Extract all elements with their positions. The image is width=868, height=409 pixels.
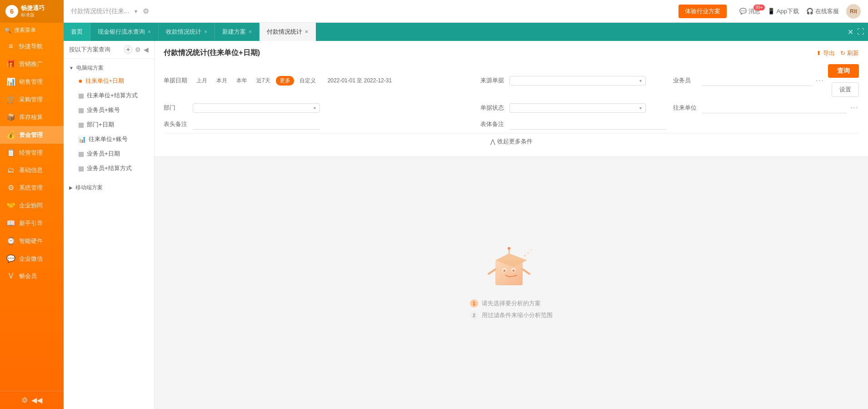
logo-text-group: 畅捷通巧 标准版 bbox=[21, 5, 45, 18]
filter-partner-dots-icon[interactable]: ··· bbox=[850, 104, 859, 112]
filter-staff-dots-icon[interactable]: ··· bbox=[816, 76, 824, 85]
scheme-item-partner-account[interactable]: 📊 往来单位+账号 bbox=[64, 132, 154, 146]
tab-bank[interactable]: 现金银行流水查询 × bbox=[90, 23, 159, 41]
collapse-filter-button[interactable]: ⋀ 收起更多条件 bbox=[164, 133, 859, 149]
export-button[interactable]: ⬆ 导出 bbox=[816, 49, 835, 57]
tab-expand-icon[interactable]: ⛶ bbox=[857, 28, 864, 36]
scheme-settings-icon[interactable]: ⚙ bbox=[135, 46, 141, 53]
sidebar-item-sales[interactable]: 📊 销售管理 bbox=[0, 73, 64, 91]
scheme-item-staff-settle[interactable]: ▦ 业务员+结算方式 bbox=[64, 161, 154, 176]
scheme-item-partner-date[interactable]: ● 往来单位+日期 bbox=[64, 74, 154, 88]
tab-payment[interactable]: 付款情况统计 × bbox=[259, 23, 316, 41]
filter-status-select[interactable]: ▾ bbox=[509, 103, 646, 113]
sidebar-item-operation[interactable]: 📋 经营管理 bbox=[0, 144, 64, 162]
scheme-panel-actions: + ⚙ ◀ bbox=[124, 45, 149, 54]
filter-source-select[interactable]: ▾ bbox=[509, 76, 646, 86]
sidebar-item-basic[interactable]: 🗂 基础信息 bbox=[0, 162, 64, 179]
sidebar-item-collab[interactable]: 🤝 企业协同 bbox=[0, 197, 64, 214]
filter-title-row: 付款情况统计(往来单位+日期) ⬆ 导出 ↻ 刷新 bbox=[164, 48, 859, 58]
tab-new-plan-close-icon[interactable]: × bbox=[249, 29, 252, 35]
filter-dept-field: 部门 ▾ bbox=[164, 103, 473, 113]
scheme-collapse-icon[interactable]: ◀ bbox=[144, 46, 149, 53]
scheme-group-mobile-title[interactable]: ▶ 移动端方案 bbox=[64, 181, 154, 193]
query-button[interactable]: 查询 bbox=[828, 64, 859, 78]
empty-tip-1: 1 请先选择要分析的方案 bbox=[470, 299, 553, 308]
svg-line-9 bbox=[523, 269, 529, 274]
sidebar-settings-btn[interactable]: ⚙ bbox=[21, 396, 28, 404]
filter-source-field: 来源单据 ▾ bbox=[480, 76, 666, 86]
scheme-item-partner-settle[interactable]: ▦ 往来单位+结算方式 bbox=[64, 88, 154, 103]
sidebar-item-hardware[interactable]: ⌚ 智能硬件 bbox=[0, 232, 64, 250]
scheme-group-desktop: ▼ 电脑端方案 ● 往来单位+日期 ▦ 往来单位+结算方式 ▦ 业务员+账号 ▦ bbox=[64, 59, 154, 178]
sidebar-item-inventory[interactable]: 📦 库存核算 bbox=[0, 108, 64, 126]
sidebar-collapse-btn[interactable]: ◀◀ bbox=[31, 396, 42, 404]
filter-body-note-input[interactable] bbox=[509, 119, 666, 130]
filter-partner-field: 往来单位 ··· bbox=[673, 102, 859, 113]
filter-date-this-year[interactable]: 本年 bbox=[233, 76, 251, 86]
message-button[interactable]: 💬 消息 99+ bbox=[739, 7, 760, 15]
filter-status-arrow-icon: ▾ bbox=[639, 106, 642, 111]
sidebar-item-vip[interactable]: V 畅会员 bbox=[0, 268, 64, 285]
sidebar-item-wechat[interactable]: 💬 企业微信 bbox=[0, 250, 64, 268]
tabbar: 首页 现金银行流水查询 × 收款情况统计 × 新建方案 × 付款情况统计 × ✕… bbox=[64, 23, 868, 41]
tab-new-plan[interactable]: 新建方案 × bbox=[215, 23, 259, 41]
filter-staff-input[interactable] bbox=[702, 75, 812, 86]
tab-bank-label: 现金银行流水查询 bbox=[98, 28, 145, 36]
filter-row-3: 表头备注 表体备注 bbox=[164, 119, 859, 130]
tab-collection-close-icon[interactable]: × bbox=[204, 29, 207, 35]
filter-head-note-input[interactable] bbox=[193, 119, 320, 130]
filter-dept-select[interactable]: ▾ bbox=[193, 103, 320, 113]
user-avatar[interactable]: Rit bbox=[846, 4, 861, 19]
tabbar-spacer bbox=[316, 23, 844, 41]
svg-point-4 bbox=[504, 270, 506, 272]
topbar-settings-icon[interactable]: ⚙ bbox=[143, 7, 149, 15]
filter-date-more[interactable]: 更多 bbox=[276, 76, 294, 86]
sidebar-item-guide[interactable]: 📖 新手引导 bbox=[0, 214, 64, 232]
collapse-filter-icon: ⋀ bbox=[490, 138, 495, 145]
sidebar-item-system[interactable]: ⚙ 系统管理 bbox=[0, 179, 64, 197]
fund-icon: 💰 bbox=[6, 131, 15, 139]
sidebar: 6 畅捷通巧 标准版 🔍 搜索菜单 ≡ 快捷导航 🎁 营销推广 📊 销售管理 🛒… bbox=[0, 0, 64, 409]
sidebar-item-marketing[interactable]: 🎁 营销推广 bbox=[0, 55, 64, 73]
app-download-button[interactable]: 📱 App下载 bbox=[768, 7, 799, 15]
filter-staff-input-wrap bbox=[702, 75, 812, 86]
filter-date-last-month[interactable]: 上月 bbox=[193, 76, 211, 86]
filter-partner-input[interactable] bbox=[702, 102, 846, 113]
logo-name: 畅捷通巧 bbox=[21, 5, 45, 12]
scheme-group-desktop-title[interactable]: ▼ 电脑端方案 bbox=[64, 61, 154, 74]
empty-state: 1 请先选择要分析的方案 2 用过滤条件来缩小分析范围 bbox=[155, 157, 868, 409]
sidebar-item-nav[interactable]: ≡ 快捷导航 bbox=[0, 38, 64, 55]
sidebar-item-fund[interactable]: 💰 资金管理 bbox=[0, 126, 64, 144]
tab-payment-close-icon[interactable]: × bbox=[305, 29, 308, 35]
tab-collection[interactable]: 收款情况统计 × bbox=[159, 23, 215, 41]
scheme-item-dept-date[interactable]: ▦ 部门+日期 bbox=[64, 117, 154, 132]
scheme-add-icon[interactable]: + bbox=[124, 45, 132, 54]
refresh-button[interactable]: ↻ 刷新 bbox=[840, 49, 859, 57]
filter-source-label: 来源单据 bbox=[480, 76, 506, 85]
tab-collection-label: 收款情况统计 bbox=[166, 28, 201, 36]
scheme-item-staff-date[interactable]: ▦ 业务员+日期 bbox=[64, 146, 154, 161]
tab-close-all-icon[interactable]: ✕ bbox=[848, 28, 853, 36]
scheme-item-partner-settle-icon: ▦ bbox=[78, 92, 84, 99]
main-content: 付款情况统计(往来单位+日期) ⬆ 导出 ↻ 刷新 bbox=[155, 41, 868, 409]
scheme-item-staff-account[interactable]: ▦ 业务员+账号 bbox=[64, 103, 154, 117]
marketing-icon: 🎁 bbox=[6, 60, 15, 68]
tab-home[interactable]: 首页 bbox=[64, 23, 90, 41]
scheme-item-partner-account-icon: 📊 bbox=[78, 136, 86, 143]
scheme-item-staff-account-icon: ▦ bbox=[78, 106, 84, 114]
scheme-item-staff-settle-icon: ▦ bbox=[78, 165, 84, 172]
guide-icon: 📖 bbox=[6, 219, 15, 227]
tab-bank-close-icon[interactable]: × bbox=[148, 29, 151, 35]
sidebar-search[interactable]: 🔍 搜索菜单 bbox=[0, 23, 64, 38]
filter-date-7days[interactable]: 近7天 bbox=[253, 76, 274, 86]
filter-date-range-group: 2022-01-01 至 2022-12-31 bbox=[326, 77, 392, 85]
filter-date-custom[interactable]: 自定义 bbox=[296, 76, 319, 86]
filter-head-note-field: 表头备注 bbox=[164, 119, 473, 130]
filter-settings-button[interactable]: 设置 bbox=[832, 82, 859, 97]
online-service-button[interactable]: 🎧 在线客服 bbox=[806, 7, 839, 15]
svg-point-5 bbox=[513, 270, 515, 272]
sidebar-item-purchase[interactable]: 🛒 采购管理 bbox=[0, 91, 64, 108]
trial-button[interactable]: 体验行业方案 bbox=[678, 5, 727, 18]
filter-date-this-month[interactable]: 本月 bbox=[213, 76, 231, 86]
topbar-right: 💬 消息 99+ 📱 App下载 🎧 在线客服 Rit bbox=[739, 4, 861, 19]
